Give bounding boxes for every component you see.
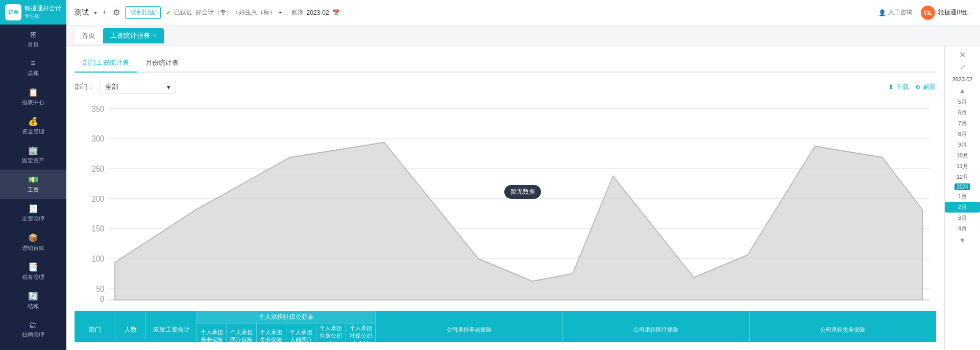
panel-month-10[interactable]: 10月 xyxy=(945,150,980,161)
toolbar-right: ⬇ 下载 ↻ 刷新 xyxy=(888,82,936,91)
download-icon: ⬇ xyxy=(888,83,894,91)
panel-month-5[interactable]: 5月 xyxy=(945,97,980,107)
avatar: CE xyxy=(921,6,935,20)
tab-home[interactable]: 首页 xyxy=(75,28,102,43)
panel-month-2[interactable]: 2月 xyxy=(945,202,980,213)
tab-salary-report[interactable]: 工资统计报表 × xyxy=(103,28,164,43)
purchases-icon: 📦 xyxy=(28,233,38,243)
panel-month-1[interactable]: 1月 xyxy=(945,191,980,202)
th-dept: 部门 xyxy=(75,311,115,348)
panel-scroll-up[interactable]: ▲ xyxy=(959,86,966,95)
page-body: 部门工资统计表 月份统计表 部门： 全部 ▾ ⬇ xyxy=(66,46,944,350)
panel-month-4[interactable]: 4月 xyxy=(945,223,980,234)
close-period-icon: 🔄 xyxy=(28,291,38,301)
panel-expand-button[interactable]: ⤢ xyxy=(960,63,966,71)
home-icon: ⊞ xyxy=(30,30,37,39)
calendar-icon[interactable]: 📅 xyxy=(332,9,340,16)
help-icon: 👤 xyxy=(878,9,886,16)
svg-text:100: 100 xyxy=(92,254,104,263)
th-housing-fund: 个人承担住房公积金 xyxy=(316,323,346,348)
project-dropdown[interactable]: ▾ xyxy=(94,9,97,16)
th-company-medical: 公司承担医疗保险 xyxy=(563,311,750,348)
panel-month-6[interactable]: 6月 xyxy=(945,107,980,118)
ledger-icon: ≡ xyxy=(31,59,35,68)
panel-month-3[interactable]: 3月 xyxy=(945,213,980,223)
panel-month-12[interactable]: 12月 xyxy=(945,172,980,182)
switch-version-button[interactable]: 切到旧版 xyxy=(125,6,161,19)
th-pension: 个人承担养老保险 xyxy=(197,323,227,348)
sidebar-item-settings[interactable]: ⚙ 设置 xyxy=(0,344,66,350)
sidebar-item-assets[interactable]: 🏢 固定资产 xyxy=(0,141,66,170)
add-button[interactable]: + xyxy=(102,7,108,18)
refresh-button[interactable]: ↻ 刷新 xyxy=(915,82,936,91)
sidebar-item-salary[interactable]: 💵 工资 xyxy=(0,170,66,199)
th-headcount: 人数 xyxy=(115,311,146,348)
project-title: 测试 xyxy=(75,8,89,17)
certified-label: 已认证 xyxy=(174,8,192,17)
tab-close-icon[interactable]: × xyxy=(153,32,157,39)
logo-icon: 好会 xyxy=(5,4,21,20)
status-bar: ✔ 已认证 好会计（专） +好生意（标） +… 账期 2023-02 📅 xyxy=(166,8,340,17)
panel-month-7[interactable]: 7月 xyxy=(945,118,980,129)
table-header: 部门 人数 应发工资合计 个人承担社保公积金 xyxy=(75,311,936,342)
svg-text:200: 200 xyxy=(92,194,104,203)
sub-tabs: 部门工资统计表 月份统计表 xyxy=(75,54,936,73)
th-medical: 个人承担医疗保险 xyxy=(227,323,256,348)
salary-chart: 350 300 250 200 150 100 50 0 暂无数据 xyxy=(75,101,936,311)
table-header-top: 部门 人数 应发工资合计 个人承担社保公积金 xyxy=(75,311,936,348)
svg-text:250: 250 xyxy=(92,164,104,173)
th-unemployment: 个人承担失业保险 xyxy=(257,323,286,348)
panel-month-9[interactable]: 9月 xyxy=(945,139,980,150)
invoice-icon: 🧾 xyxy=(28,204,38,214)
sidebar-item-tax[interactable]: 📑 税务管理 xyxy=(0,257,66,286)
certified-icon: ✔ xyxy=(166,9,171,16)
topbar-right: 👤 人工咨询 CE 轻捷通B组... xyxy=(878,6,972,20)
period-value: 2023-02 xyxy=(307,9,329,16)
sidebar-item-invoice[interactable]: 🧾 发票管理 xyxy=(0,199,66,228)
sub-tab-monthly[interactable]: 月份统计表 xyxy=(137,54,187,73)
content-area: 部门工资统计表 月份统计表 部门： 全部 ▾ ⬇ xyxy=(66,46,980,350)
topbar: 测试 ▾ + ⚙ 切到旧版 ✔ 已认证 好会计（专） +好生意（标） +… 账期… xyxy=(66,0,980,26)
sidebar-item-reports[interactable]: 📋 报表中心 xyxy=(0,82,66,111)
sidebar-item-close[interactable]: 🔄 结账 xyxy=(0,286,66,315)
refresh-icon: ↻ xyxy=(915,83,921,91)
assets-icon: 🏢 xyxy=(28,146,38,155)
dept-select[interactable]: 全部 ▾ xyxy=(100,80,176,94)
panel-close-button[interactable]: ✕ xyxy=(959,50,966,60)
funds-icon: 💰 xyxy=(28,116,38,126)
panel-date: 2023.02 xyxy=(952,76,973,82)
user-menu[interactable]: CE 轻捷通B组... xyxy=(921,6,972,20)
archive-icon: 🗂 xyxy=(29,320,37,330)
username: 轻捷通B组... xyxy=(938,8,972,17)
tabbar: 首页 工资统计报表 × xyxy=(66,26,980,46)
svg-text:150: 150 xyxy=(92,224,104,234)
th-company-unemployment: 公司承担失业保险 xyxy=(750,311,936,348)
dropdown-arrow: ▾ xyxy=(167,83,170,91)
main-content: 测试 ▾ + ⚙ 切到旧版 ✔ 已认证 好会计（专） +好生意（标） +… 账期… xyxy=(66,0,980,350)
svg-text:50: 50 xyxy=(96,284,104,293)
gear-button[interactable]: ⚙ xyxy=(113,8,120,17)
sub-tab-dept[interactable]: 部门工资统计表 xyxy=(75,54,137,73)
panel-month-11[interactable]: 11月 xyxy=(945,161,980,172)
toolbar-left: 部门： 全部 ▾ xyxy=(75,80,176,94)
sidebar-item-funds[interactable]: 💰 资金管理 xyxy=(0,111,66,141)
panel-month-8[interactable]: 8月 xyxy=(945,129,980,139)
sidebar-item-home[interactable]: ⊞ 首页 xyxy=(0,25,66,54)
svg-text:300: 300 xyxy=(92,134,104,144)
download-button[interactable]: ⬇ 下载 xyxy=(888,82,909,91)
sidebar-item-ledger[interactable]: ≡ 总账 xyxy=(0,54,66,82)
th-major-medical: 个人承担大额医疗 xyxy=(286,323,316,348)
business-type: +好生意（标） xyxy=(235,8,276,17)
dept-label: 部门： xyxy=(75,82,94,91)
svg-text:0: 0 xyxy=(100,295,104,304)
panel-scroll-down[interactable]: ▼ xyxy=(959,236,966,244)
sidebar: 好会 畅捷通好会计 专业版 ⊞ 首页 ≡ 总账 📋 报表中心 💰 资金管理 🏢 … xyxy=(0,0,66,350)
right-panel: ✕ ⤢ 2023.02 ▲ 5月 6月 7月 8月 9月 10月 11月 12月… xyxy=(944,46,980,350)
help-button[interactable]: 👤 人工咨询 xyxy=(878,8,913,17)
tax-icon: 📑 xyxy=(28,262,38,272)
account-type: 好会计（专） xyxy=(195,8,232,17)
year-badge-2024: 2024 xyxy=(954,183,970,190)
sidebar-item-archive[interactable]: 🗂 归档管理 xyxy=(0,315,66,344)
sidebar-item-purchases[interactable]: 📦 进销台账 xyxy=(0,228,66,257)
period-label: 账期 xyxy=(291,8,304,17)
